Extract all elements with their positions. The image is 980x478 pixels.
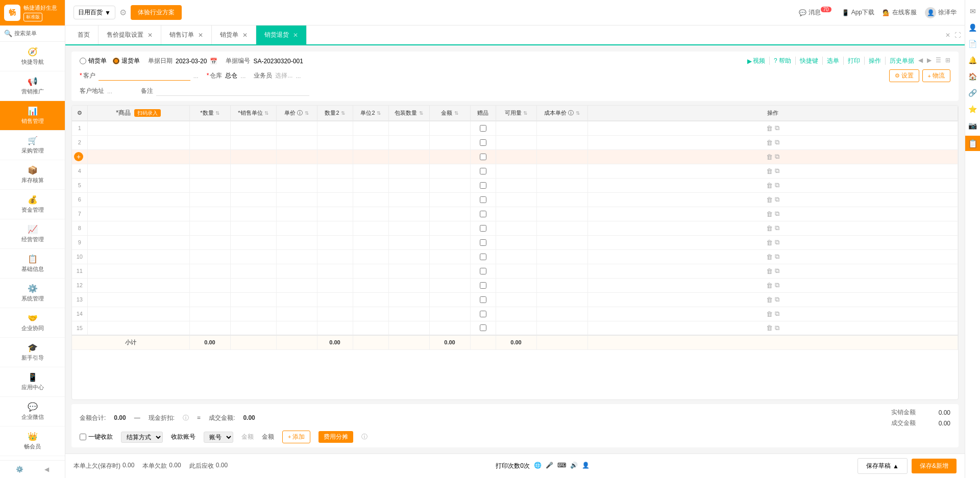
row-avail-1[interactable] (496, 121, 536, 135)
del-icon[interactable]: 🗑 (766, 196, 773, 204)
gift-checkbox-3[interactable] (480, 154, 486, 160)
sidebar-item-basic-info[interactable]: 📋 基础信息 (0, 249, 65, 279)
maximize-icon[interactable]: ⛶ (954, 32, 961, 39)
unit-sort-icon[interactable]: ⇅ (264, 110, 268, 116)
qty2-sort-icon[interactable]: ⇅ (341, 110, 345, 116)
copy-icon[interactable]: ⧉ (775, 210, 779, 218)
row-avail-3[interactable] (496, 149, 536, 164)
select-action[interactable]: 选单 (827, 57, 839, 65)
sidebar-item-system[interactable]: ⚙️ 系统管理 (0, 279, 65, 308)
row-price-2[interactable] (276, 135, 317, 149)
sidebar-item-guide[interactable]: 🎓 新手引导 (0, 338, 65, 367)
right-icon-4[interactable]: 🔔 (967, 54, 979, 66)
collapse-icon[interactable]: ◀ (44, 466, 49, 473)
search-menu-item[interactable]: 🔍 搜索菜单 (0, 26, 65, 42)
close-tab-icon[interactable]: ✕ (945, 32, 950, 39)
right-icon-2[interactable]: 👤 (967, 21, 979, 34)
gear-settings-icon[interactable]: ⚙ (119, 8, 127, 17)
sidebar-item-enterprise[interactable]: 🤝 企业协同 (0, 308, 65, 338)
row-unit2-2[interactable] (353, 135, 388, 149)
add-amount-button[interactable]: + 添加 (282, 431, 310, 443)
next-doc-icon[interactable]: ▶ (927, 57, 932, 65)
staff-select-btn[interactable]: ... (296, 72, 301, 80)
one-key-collect-input[interactable] (80, 434, 86, 440)
row-gift-2[interactable] (473, 139, 494, 146)
row-qty2-3[interactable] (317, 149, 353, 164)
gift-chk[interactable] (480, 296, 486, 303)
copy-icon[interactable]: ⧉ (775, 267, 779, 275)
settlement-method-select[interactable]: 结算方式 (121, 432, 163, 443)
message-button[interactable]: 💬 消息 70 (799, 8, 834, 17)
sidebar-item-operation[interactable]: 📈 经营管理 (0, 219, 65, 249)
sidebar-item-app-center[interactable]: 📱 应用中心 (0, 367, 65, 397)
customer-select-btn[interactable]: ... (193, 72, 199, 80)
copy-icon[interactable]: ⧉ (775, 310, 779, 318)
customer-input[interactable] (99, 71, 190, 81)
split-help-icon[interactable]: ⓘ (361, 433, 368, 441)
save-new-button[interactable]: 保存&新增 (912, 459, 957, 473)
row-product-1[interactable] (87, 121, 189, 135)
sidebar-item-wechat[interactable]: 💬 企业微信 (0, 397, 65, 426)
delete-row-1-icon[interactable]: 🗑 (766, 124, 773, 132)
row-price-1[interactable] (276, 121, 317, 135)
row-unit2-1[interactable] (353, 121, 388, 135)
del-icon[interactable]: 🗑 (766, 239, 773, 246)
radio-sales-delivery[interactable]: 销货单 (80, 57, 107, 65)
speaker-icon[interactable]: 🔊 (570, 462, 578, 470)
radio-sales-delivery-input[interactable] (80, 58, 86, 64)
right-icon-1[interactable]: ✉ (967, 5, 979, 17)
add-row-button[interactable]: + (74, 152, 83, 161)
note-input[interactable] (156, 86, 309, 96)
gift-chk[interactable] (480, 168, 486, 174)
row-unit-2[interactable] (230, 135, 276, 149)
row-gift-3[interactable] (473, 154, 494, 160)
row-cost-1[interactable] (536, 121, 587, 135)
mic-icon[interactable]: 🎤 (546, 462, 553, 470)
copy-row-2-icon[interactable]: ⧉ (775, 138, 779, 146)
tab-price-setup-close[interactable]: ✕ (148, 32, 153, 39)
gift-chk[interactable] (480, 282, 486, 289)
del-icon[interactable]: 🗑 (766, 296, 773, 304)
radio-return-input[interactable] (113, 58, 119, 64)
price-sort-icon[interactable]: ⇅ (305, 110, 309, 116)
gift-chk[interactable] (480, 311, 486, 317)
copy-icon[interactable]: ⧉ (775, 295, 779, 304)
prev-doc-icon[interactable]: ◀ (918, 57, 923, 65)
del-icon[interactable]: 🗑 (766, 224, 773, 232)
del-icon[interactable]: 🗑 (766, 182, 773, 189)
account-select[interactable]: 账号 (204, 432, 233, 443)
row-price-3[interactable] (276, 149, 317, 164)
list-view-icon[interactable]: ☰ (936, 57, 941, 65)
gift-checkbox-2[interactable] (480, 139, 486, 146)
copy-icon[interactable]: ⧉ (775, 224, 779, 232)
copy-icon[interactable]: ⧉ (775, 195, 779, 204)
grid-view-icon[interactable]: ⊞ (945, 57, 950, 65)
print-action[interactable]: 打印 (848, 57, 860, 65)
row-unit-3[interactable] (230, 149, 276, 164)
unit2-sort-icon[interactable]: ⇅ (377, 110, 381, 116)
row-amount-2[interactable] (429, 135, 470, 149)
row-pack-2[interactable] (388, 135, 429, 149)
one-key-collect-checkbox[interactable]: 一键收款 (80, 433, 113, 441)
pack-sort-icon[interactable]: ⇅ (419, 110, 423, 116)
copy-icon[interactable]: ⧉ (775, 253, 779, 261)
gift-chk[interactable] (480, 182, 486, 189)
save-draft-button[interactable]: 保存草稿 ▲ (857, 458, 908, 474)
row-gift-1[interactable] (473, 125, 494, 132)
row-qty-2[interactable] (189, 135, 230, 149)
gift-chk[interactable] (480, 268, 486, 274)
person-icon[interactable]: 👤 (582, 462, 590, 470)
discount-info-icon[interactable]: ⓘ (183, 414, 189, 422)
copy-icon[interactable]: ⧉ (775, 181, 779, 189)
product-input-3[interactable] (90, 153, 187, 160)
scan-btn[interactable]: 扫码录入 (134, 109, 161, 117)
gift-chk[interactable] (480, 324, 486, 331)
tab-sales-delivery[interactable]: 销货单 ✕ (212, 26, 256, 44)
sidebar-item-sales[interactable]: 📊 销售管理 (0, 101, 65, 131)
del-icon[interactable]: 🗑 (766, 267, 773, 275)
settings-bottom-icon[interactable]: ⚙️ (16, 466, 23, 473)
amount-sort-icon[interactable]: ⇅ (454, 110, 458, 116)
col-settings[interactable]: ⚙ (72, 106, 87, 121)
row-qty-3[interactable] (189, 149, 230, 164)
tab-sales-order[interactable]: 销售订单 ✕ (161, 26, 212, 44)
